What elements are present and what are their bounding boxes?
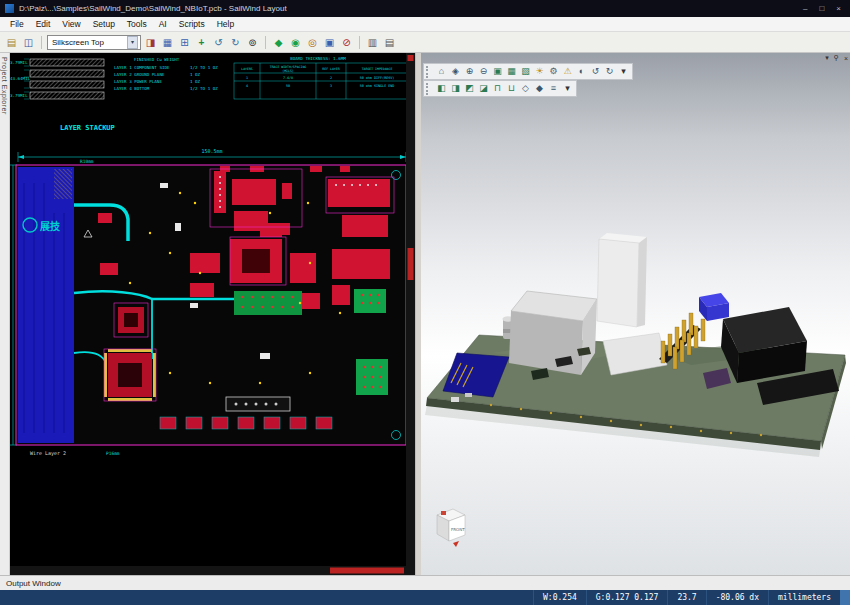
svg-text:1 OZ: 1 OZ	[190, 72, 201, 77]
stackup-dim-3: 3.79MIL	[10, 93, 28, 98]
layers-icon[interactable]: ▣	[322, 35, 337, 50]
right-view-icon[interactable]: ◪	[477, 82, 490, 95]
back-view-icon[interactable]: ◨	[449, 82, 462, 95]
front-view-icon[interactable]: ◧	[435, 82, 448, 95]
svg-text:3: 3	[330, 84, 332, 88]
copper-view-icon[interactable]: ▧	[519, 65, 532, 78]
flip-board-icon[interactable]: ◨	[143, 35, 158, 50]
scroll-up-button[interactable]	[408, 55, 414, 61]
app-icon	[5, 4, 14, 13]
macro-record-icon[interactable]: ▥	[365, 35, 380, 50]
svg-text:LAYERS: LAYERS	[241, 67, 253, 71]
rotate-left-icon[interactable]: ↺	[589, 65, 602, 78]
zoom-in-3d-icon[interactable]: ⊕	[463, 65, 476, 78]
menu-tools[interactable]: Tools	[121, 18, 153, 30]
menu-edit[interactable]: Edit	[30, 18, 57, 30]
maximize-button[interactable]: □	[819, 4, 824, 13]
grid-icon[interactable]: ▦	[160, 35, 175, 50]
rotate-right-icon[interactable]: ↻	[603, 65, 616, 78]
orbit-icon[interactable]: ◈	[449, 65, 462, 78]
redo-icon[interactable]: ↻	[228, 35, 243, 50]
svg-text:50 ohm SINGLE END: 50 ohm SINGLE END	[360, 84, 395, 88]
minimize-button[interactable]: –	[803, 4, 807, 13]
board-thickness-label: BOARD THICKNESS: 1.6MM	[290, 56, 346, 61]
pin-icon[interactable]: ⚲	[834, 54, 839, 62]
preset-dropdown-icon[interactable]: ▾	[561, 82, 574, 95]
origin-icon[interactable]: +	[194, 35, 209, 50]
zoom-icon[interactable]: ⊚	[245, 35, 260, 50]
layer-select-value: Silkscreen Top	[52, 38, 104, 47]
menu-setup[interactable]: Setup	[87, 18, 121, 30]
black-module-3d	[721, 307, 807, 383]
section-icon[interactable]: ≡	[547, 82, 560, 95]
stackup-dim-1: 3.79MIL	[10, 60, 28, 65]
stackup-dim-2: 43.64MIL	[10, 76, 31, 81]
svg-text:50 ohm DIFF(RESV): 50 ohm DIFF(RESV)	[360, 76, 395, 80]
toolbar-separator	[359, 36, 360, 49]
save-icon[interactable]: ◫	[21, 35, 36, 50]
zoom-out-3d-icon[interactable]: ⊖	[477, 65, 490, 78]
shield-can-3d	[509, 291, 597, 375]
undo-icon[interactable]: ↺	[211, 35, 226, 50]
pcb-3d-view[interactable]: ▾ ⚲ × ⌂ ◈ ⊕ ⊖ ▣ ▦ ▧ ☀ ⚙ ⚠ ◐ ↺ ↻ ▾	[421, 53, 850, 575]
status-units: millimeters	[768, 590, 840, 605]
output-window-tab[interactable]: Output Window	[0, 575, 850, 590]
toolbar-drag-handle[interactable]	[426, 83, 432, 95]
svg-text:1 OZ: 1 OZ	[190, 79, 201, 84]
project-explorer-tab[interactable]: Project Explorer	[0, 53, 10, 575]
board-mesh-icon[interactable]: ▦	[505, 65, 518, 78]
settings-3d-icon[interactable]: ⚙	[547, 65, 560, 78]
display-toggle-icon[interactable]: ◉	[288, 35, 303, 50]
statusbar-spacer	[0, 590, 533, 605]
home-view-icon[interactable]: ⌂	[435, 65, 448, 78]
perspective-icon[interactable]: ◆	[533, 82, 546, 95]
iso-view-icon[interactable]: ◇	[519, 82, 532, 95]
svg-text:(MILS): (MILS)	[282, 69, 294, 73]
menubar: File Edit View Setup Tools AI Scripts He…	[0, 17, 850, 32]
vertical-scrollbar[interactable]	[406, 53, 415, 575]
view-menu-icon[interactable]: ▾	[617, 65, 630, 78]
blue-component-3d	[699, 293, 729, 321]
menu-help[interactable]: Help	[211, 18, 240, 30]
menu-ai[interactable]: AI	[153, 18, 173, 30]
pour-icon[interactable]: ◎	[305, 35, 320, 50]
route-mode-icon[interactable]: ◆	[271, 35, 286, 50]
view-cube-widget[interactable]: FRONT	[437, 509, 465, 547]
horizontal-scroll-thumb[interactable]	[330, 568, 404, 574]
top-view-icon[interactable]: ⊓	[491, 82, 504, 95]
sailwind-window: D:\Paiz\...\Samples\SailWind_Demo\SailWi…	[0, 0, 850, 605]
resize-grip[interactable]	[840, 590, 850, 605]
tall-connector-3d	[597, 233, 647, 327]
svg-text:50: 50	[286, 84, 290, 88]
bottom-view-icon[interactable]: ⊔	[505, 82, 518, 95]
svg-text:4: 4	[246, 84, 248, 88]
close-button[interactable]: ×	[836, 4, 841, 13]
menu-view[interactable]: View	[56, 18, 86, 30]
pcb-2d-view[interactable]: 3.79MIL 43.64MIL 3.79MIL FINISHED Cu WEI…	[10, 53, 415, 575]
status-value: 23.7	[667, 590, 705, 605]
menu-scripts[interactable]: Scripts	[173, 18, 211, 30]
panel-menu-icon[interactable]: ▾	[825, 54, 829, 62]
svg-text:1: 1	[246, 76, 248, 80]
macro-play-icon[interactable]: ▤	[382, 35, 397, 50]
close-panel-icon[interactable]: ×	[844, 55, 848, 62]
layer-select-dropdown[interactable]: Silkscreen Top ▾	[47, 35, 141, 50]
snapshot-icon[interactable]: ◐	[575, 65, 588, 78]
svg-text:1/2 TO 1 OZ: 1/2 TO 1 OZ	[190, 86, 218, 91]
vertical-scroll-thumb[interactable]	[408, 248, 414, 280]
drc-warnings-icon[interactable]: ⚠	[561, 65, 574, 78]
chevron-down-icon[interactable]: ▾	[127, 36, 138, 49]
menu-file[interactable]: File	[4, 18, 30, 30]
statusbar: W:0.254 G:0.127 0.127 23.7 -80.06 dx mil…	[0, 590, 850, 605]
toolbar-3d-main: ⌂ ◈ ⊕ ⊖ ▣ ▦ ▧ ☀ ⚙ ⚠ ◐ ↺ ↻ ▾	[423, 63, 633, 80]
light-icon[interactable]: ☀	[533, 65, 546, 78]
left-view-icon[interactable]: ◩	[463, 82, 476, 95]
toolbar-drag-handle[interactable]	[426, 66, 432, 78]
drc-icon[interactable]: ⊘	[339, 35, 354, 50]
snap-icon[interactable]: ⊞	[177, 35, 192, 50]
status-delta: -80.06 dx	[706, 590, 768, 605]
fit-view-icon[interactable]: ▣	[491, 65, 504, 78]
corner-radius-note: R10mm	[80, 159, 94, 164]
open-icon[interactable]: ▤	[4, 35, 19, 50]
svg-text:7.4/8: 7.4/8	[283, 76, 293, 80]
